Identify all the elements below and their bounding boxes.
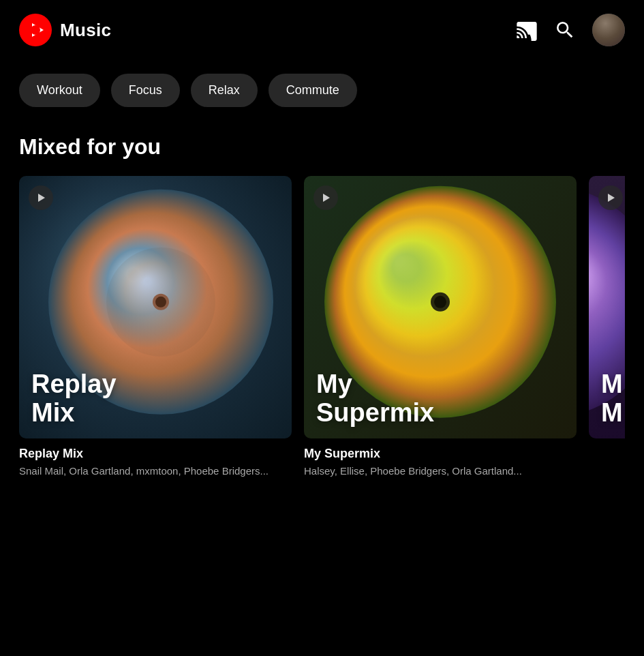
card-my-mix-partial[interactable]: M M (589, 176, 625, 478)
pill-workout[interactable]: Workout (19, 74, 100, 107)
svg-point-3 (31, 25, 40, 35)
header: Music (0, 0, 644, 60)
card-subtitle-replay-mix: Snail Mail, Orla Gartland, mxmtoon, Phoe… (19, 464, 292, 478)
logo-text: Music (60, 20, 111, 41)
pill-focus[interactable]: Focus (111, 74, 180, 107)
avatar (592, 14, 625, 46)
card-replay-mix[interactable]: Replay Mix Replay Mix Snail Mail, Orla G… (19, 176, 292, 478)
card-label-line1-3: M (601, 370, 623, 399)
card-title-my-supermix: My Supermix (304, 447, 577, 461)
card-info-replay-mix: Replay Mix Snail Mail, Orla Gartland, mx… (19, 438, 292, 478)
category-pills: Workout Focus Relax Commute (0, 60, 644, 114)
card-label-overlay-2: My Supermix (304, 359, 446, 438)
pill-commute[interactable]: Commute (269, 74, 357, 107)
card-my-supermix[interactable]: My Supermix My Supermix Halsey, Ellise, … (304, 176, 577, 478)
card-label-overlay-3: M M (589, 359, 625, 438)
yt-music-logo-icon (19, 14, 52, 46)
cards-row: Replay Mix Replay Mix Snail Mail, Orla G… (19, 176, 625, 478)
section-title: Mixed for you (19, 134, 625, 160)
card-image-my-supermix: My Supermix (304, 176, 577, 438)
search-button[interactable] (554, 19, 576, 41)
play-triangle-3 (608, 194, 615, 202)
card-subtitle-my-supermix: Halsey, Ellise, Phoebe Bridgers, Orla Ga… (304, 464, 577, 478)
play-button-overlay-1 (29, 185, 53, 210)
play-triangle-1 (38, 194, 45, 202)
cast-icon (516, 19, 538, 41)
card-info-my-supermix: My Supermix Halsey, Ellise, Phoebe Bridg… (304, 438, 577, 478)
card-title-replay-mix: Replay Mix (19, 447, 292, 461)
play-button-overlay-2 (313, 185, 338, 210)
play-triangle-2 (323, 194, 330, 202)
card-label-line1-1: Replay (31, 370, 117, 399)
card-image-my-mix-partial: M M (589, 176, 625, 438)
logo-area: Music (19, 14, 111, 46)
pill-relax[interactable]: Relax (191, 74, 258, 107)
card-image-replay-mix: Replay Mix (19, 176, 292, 438)
card-label-line1-2: My (316, 370, 434, 399)
cast-button[interactable] (516, 19, 538, 41)
play-button-overlay-3 (598, 185, 623, 210)
search-icon (554, 19, 576, 41)
card-label-line2-2: Supermix (316, 399, 434, 428)
card-label-line2-3: M (601, 399, 623, 428)
profile-button[interactable] (592, 14, 625, 46)
mixed-for-you-section: Mixed for you Replay Mix Replay Mix Snai… (0, 114, 644, 485)
card-label-line2-1: Mix (31, 399, 117, 428)
card-label-overlay-1: Replay Mix (19, 359, 129, 438)
header-actions (516, 14, 625, 46)
avatar-image (592, 14, 625, 46)
